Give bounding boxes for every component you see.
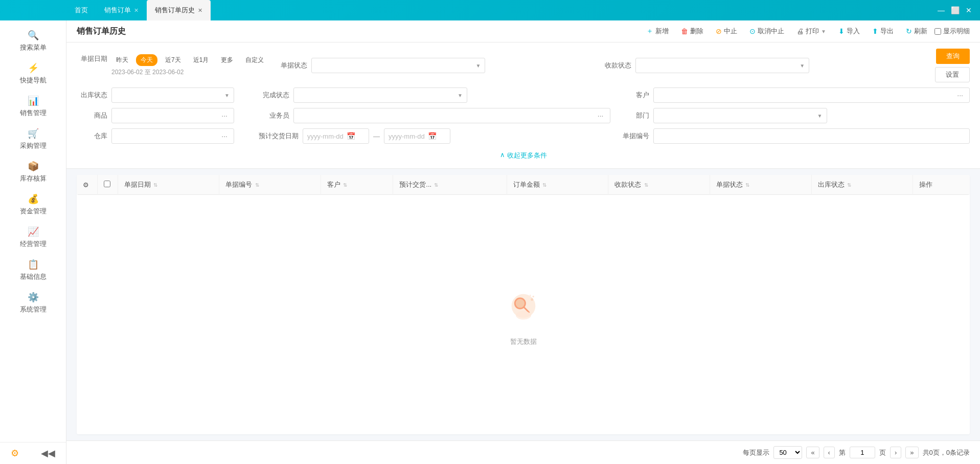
sort-doc-no-icon[interactable]: ⇅ (255, 182, 259, 188)
customer-dots-icon[interactable]: ··· (955, 91, 965, 99)
goods-dots-icon[interactable]: ··· (219, 112, 230, 120)
table-col-operations-label: 操作 (919, 181, 932, 188)
next-page-button[interactable]: › (890, 447, 901, 458)
warehouse-dots-icon[interactable]: ··· (219, 132, 230, 140)
table-col-checkbox[interactable] (97, 175, 118, 195)
tab-home-label: 首页 (75, 6, 88, 15)
sort-order-amount-icon[interactable]: ⇅ (542, 182, 546, 188)
calendar-start-icon[interactable]: 📅 (347, 132, 355, 140)
sort-doc-date-icon[interactable]: ⇅ (153, 182, 157, 188)
tab-home[interactable]: 首页 (66, 0, 96, 20)
cancel-stop-label: 取消中止 (758, 27, 784, 36)
table-col-doc-date[interactable]: 单据日期 ⇅ (118, 175, 219, 195)
sidebar-item-finance[interactable]: 💰 资金管理 (0, 188, 66, 221)
sort-expected-delivery-icon[interactable]: ⇅ (434, 182, 438, 188)
refresh-button[interactable]: ↻ 刷新 (901, 25, 932, 38)
select-all-checkbox[interactable] (104, 181, 110, 187)
tab-sales-order-close[interactable]: ✕ (134, 7, 139, 14)
calendar-end-icon[interactable]: 📅 (428, 132, 437, 140)
sidebar-item-sales[interactable]: 📊 销售管理 (0, 90, 66, 123)
table-col-customer[interactable]: 客户 ⇅ (321, 175, 393, 195)
table-col-outbound-status[interactable]: 出库状态 ⇅ (811, 175, 913, 195)
table-col-doc-status[interactable]: 单据状态 ⇅ (710, 175, 812, 195)
table-col-order-amount[interactable]: 订单金额 ⇅ (507, 175, 608, 195)
payment-status-label: 收款状态 (601, 61, 631, 70)
delete-button[interactable]: 🗑 删除 (676, 25, 709, 38)
first-page-button[interactable]: « (806, 447, 819, 458)
status-filter-dropdown[interactable]: ▼ (311, 58, 485, 73)
sidebar-sound-icon[interactable]: ◀◀ (41, 448, 55, 459)
complete-dropdown[interactable]: ▼ (293, 87, 467, 103)
table-area: ⚙ 单据日期 ⇅ 单据编号 ⇅ (66, 169, 980, 440)
sidebar-settings-icon[interactable]: ⚙ (11, 448, 19, 459)
cancel-stop-button[interactable]: ⊙ 取消中止 (744, 25, 789, 38)
import-button[interactable]: ⬇ 导入 (833, 25, 865, 38)
dept-label: 部门 (619, 111, 649, 120)
last-page-button[interactable]: » (905, 447, 918, 458)
salesperson-field[interactable]: ··· (293, 108, 610, 123)
new-icon: ＋ (646, 27, 653, 36)
page-title: 销售订单历史 (77, 26, 126, 37)
payment-status-dropdown[interactable]: ▼ (635, 58, 809, 73)
operations-icon: 📈 (28, 226, 39, 237)
sort-payment-status-icon[interactable]: ⇅ (644, 182, 648, 188)
sidebar-item-operations[interactable]: 📈 经营管理 (0, 221, 66, 254)
date-tab-yesterday[interactable]: 昨天 (111, 54, 133, 66)
expected-date-end-field[interactable]: yyyy-mm-dd 📅 (384, 128, 450, 144)
prev-page-icon: ‹ (828, 449, 830, 456)
maximize-icon[interactable]: ⬜ (951, 6, 960, 14)
date-tab-today[interactable]: 今天 (136, 54, 157, 66)
new-button[interactable]: ＋ 新增 (641, 25, 674, 38)
import-icon: ⬇ (838, 27, 845, 35)
table-col-payment-status[interactable]: 收款状态 ⇅ (608, 175, 710, 195)
sidebar-item-purchase-label: 采购管理 (20, 141, 47, 150)
stop-button[interactable]: ⊘ 中止 (711, 25, 742, 38)
table-col-expected-delivery[interactable]: 预计交货... ⇅ (393, 175, 507, 195)
salesperson-dots-icon[interactable]: ··· (596, 112, 606, 120)
dept-dropdown[interactable]: ▼ (653, 108, 827, 123)
display-detail-input[interactable] (935, 28, 941, 35)
sort-customer-icon[interactable]: ⇅ (343, 182, 347, 188)
stop-label: 中止 (724, 27, 737, 36)
display-detail-checkbox[interactable]: 显示明细 (935, 27, 970, 36)
query-button[interactable]: 查询 (936, 49, 970, 64)
table-header-row: ⚙ 单据日期 ⇅ 单据编号 ⇅ (77, 175, 970, 195)
doc-no-input[interactable] (653, 128, 970, 144)
sidebar-item-inventory[interactable]: 📦 库存核算 (0, 156, 66, 188)
customer-field[interactable]: ··· (653, 87, 970, 103)
expected-date-start-field[interactable]: yyyy-mm-dd 📅 (303, 128, 369, 144)
sidebar-item-search-menu[interactable]: 🔍 搜索菜单 (0, 25, 66, 57)
table-col-doc-no[interactable]: 单据编号 ⇅ (219, 175, 321, 195)
print-button[interactable]: 🖨 打印 ▼ (791, 25, 831, 38)
sidebar-item-quick-nav[interactable]: ⚡ 快捷导航 (0, 57, 66, 90)
warehouse-field[interactable]: ··· (111, 128, 234, 144)
sidebar-item-purchase[interactable]: 🛒 采购管理 (0, 123, 66, 156)
sort-doc-status-icon[interactable]: ⇅ (745, 182, 749, 188)
close-window-icon[interactable]: ✕ (966, 6, 972, 14)
date-tab-7days[interactable]: 近7天 (161, 54, 186, 66)
tab-sales-order[interactable]: 销售订单 ✕ (96, 0, 147, 20)
tab-sales-order-history[interactable]: 销售订单历史 ✕ (147, 0, 211, 20)
collapse-label: 收起更多条件 (507, 151, 547, 160)
page-number-input[interactable] (850, 447, 875, 458)
collapse-row[interactable]: ∧ 收起更多条件 (77, 149, 970, 162)
date-tab-1month[interactable]: 近1月 (189, 54, 214, 66)
date-tab-custom[interactable]: 自定义 (241, 54, 268, 66)
table-col-settings[interactable]: ⚙ (77, 175, 97, 195)
tab-sales-order-history-close[interactable]: ✕ (198, 7, 202, 14)
date-tab-more[interactable]: 更多 (216, 54, 238, 66)
sort-outbound-status-icon[interactable]: ⇅ (847, 182, 851, 188)
sidebar-item-basic-info[interactable]: 📋 基础信息 (0, 254, 66, 286)
per-page-select[interactable]: 20 50 100 (773, 446, 802, 459)
prev-page-button[interactable]: ‹ (824, 447, 835, 458)
settings-button[interactable]: 设置 (935, 67, 970, 82)
payment-arrow-icon: ▼ (800, 63, 805, 69)
export-button[interactable]: ⬆ 导出 (867, 25, 899, 38)
customer-label: 客户 (619, 91, 649, 100)
table-settings-icon[interactable]: ⚙ (83, 181, 89, 189)
goods-field[interactable]: ··· (111, 108, 234, 123)
print-arrow-icon[interactable]: ▼ (821, 29, 826, 34)
outbound-dropdown[interactable]: ▼ (111, 87, 234, 103)
minimize-icon[interactable]: — (938, 6, 945, 14)
sidebar-item-system[interactable]: ⚙️ 系统管理 (0, 286, 66, 319)
